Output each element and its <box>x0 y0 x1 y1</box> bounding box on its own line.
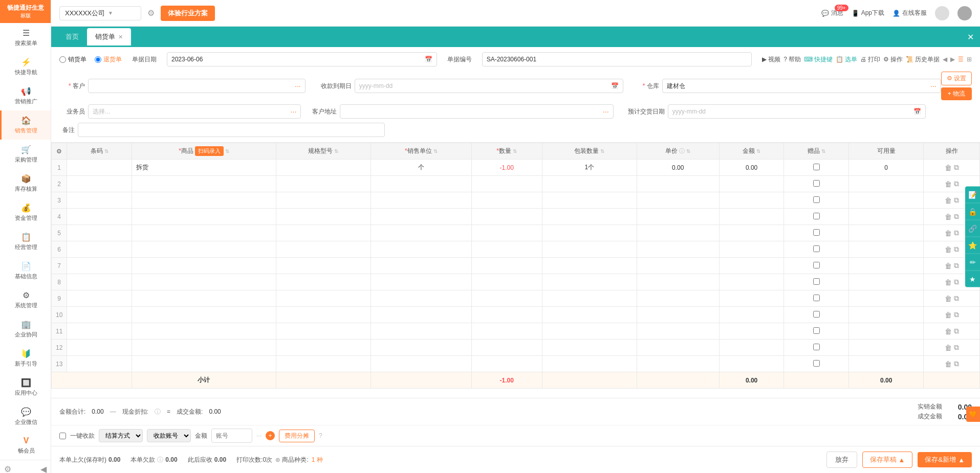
sidebar-item-system[interactable]: ⚙ 系统管理 <box>0 285 51 314</box>
choose-link[interactable]: 📋 选单 <box>836 55 857 64</box>
cell-product[interactable] <box>132 241 276 258</box>
cell-spec[interactable] <box>276 241 371 258</box>
cell-qty[interactable] <box>471 258 542 274</box>
logistics-button[interactable]: + 物流 <box>941 87 972 100</box>
delete-row-button[interactable]: 🗑 <box>945 245 952 254</box>
cell-gift[interactable] <box>784 209 849 225</box>
cell-qty[interactable] <box>471 225 542 241</box>
collapse-icon[interactable]: ◀ <box>40 464 47 473</box>
discard-button[interactable]: 放弃 <box>826 452 857 468</box>
cell-gift[interactable] <box>784 290 849 307</box>
cell-barcode[interactable] <box>67 290 132 307</box>
cell-spec[interactable] <box>276 274 371 290</box>
cell-barcode[interactable] <box>67 356 132 372</box>
sidebar-item-inventory[interactable]: 📦 库存核算 <box>0 169 51 198</box>
cell-amount[interactable] <box>719 192 784 209</box>
gift-checkbox[interactable] <box>813 164 820 170</box>
cell-spec[interactable] <box>276 258 371 274</box>
address-dots-icon[interactable]: ··· <box>603 107 609 116</box>
cell-gift[interactable] <box>784 307 849 323</box>
cell-amount[interactable] <box>719 323 784 340</box>
gift-checkbox[interactable] <box>813 229 820 236</box>
cell-product[interactable] <box>132 290 276 307</box>
gift-checkbox[interactable] <box>813 344 820 350</box>
cell-qty[interactable] <box>471 176 542 192</box>
cell-gift[interactable] <box>784 241 849 258</box>
cell-barcode[interactable] <box>67 307 132 323</box>
cell-unit[interactable]: 个 <box>371 160 472 176</box>
warehouse-input[interactable]: 建材仓 ··· <box>662 79 941 93</box>
cell-qty[interactable] <box>471 340 542 356</box>
cell-amount[interactable]: 0.00 <box>719 160 784 176</box>
save-draft-button[interactable]: 保存草稿 ▲ <box>862 452 913 468</box>
cell-unit-price[interactable] <box>637 340 719 356</box>
cell-gift[interactable] <box>784 225 849 241</box>
cell-unit-price[interactable] <box>637 356 719 372</box>
cell-product[interactable] <box>132 176 276 192</box>
delete-row-button[interactable]: 🗑 <box>945 359 952 368</box>
gift-checkbox[interactable] <box>813 180 820 187</box>
expense-split-button[interactable]: 费用分摊 <box>279 430 315 442</box>
gift-checkbox[interactable] <box>813 245 820 252</box>
settlement-method-select[interactable]: 结算方式 <box>99 429 143 442</box>
cell-spec[interactable] <box>276 225 371 241</box>
customer-address-input[interactable]: ··· <box>340 104 613 119</box>
cell-qty[interactable]: -1.00 <box>471 160 542 176</box>
cell-pkg-qty[interactable] <box>542 225 637 241</box>
print-link[interactable]: 🖨 打印 <box>860 55 880 64</box>
note-input[interactable] <box>78 123 385 137</box>
price-sort-icon[interactable]: ⇅ <box>686 148 690 154</box>
tab-sales-order[interactable]: 销货单 ✕ <box>87 28 131 46</box>
cell-unit[interactable] <box>371 241 472 258</box>
history-link[interactable]: 📜 历史单据 <box>906 55 940 64</box>
operate-link[interactable]: ⚙ 操作 <box>883 55 903 64</box>
cell-barcode[interactable] <box>67 160 132 176</box>
copy-row-button[interactable]: ⧉ <box>954 327 959 335</box>
cell-barcode[interactable] <box>67 258 132 274</box>
qty-sort-icon[interactable]: ⇅ <box>513 148 517 154</box>
cell-qty[interactable] <box>471 209 542 225</box>
cell-amount[interactable] <box>719 209 784 225</box>
copy-row-button[interactable]: ⧉ <box>954 163 959 172</box>
cell-unit-price[interactable] <box>637 241 719 258</box>
tab-home[interactable]: 首页 <box>57 28 87 46</box>
radio-sales-order-input[interactable] <box>59 56 66 63</box>
sidebar-item-operation[interactable]: 📋 经营管理 <box>0 227 51 256</box>
customer-input[interactable]: ··· <box>88 79 306 93</box>
warehouse-dots-icon[interactable]: ··· <box>930 82 937 90</box>
avatar[interactable] <box>935 6 949 20</box>
settings-footer-icon[interactable]: ⚙ <box>4 464 11 473</box>
cell-unit[interactable] <box>371 192 472 209</box>
amount-sort-icon[interactable]: ⇅ <box>756 148 760 154</box>
cell-unit[interactable] <box>371 340 472 356</box>
cell-gift[interactable] <box>784 323 849 340</box>
prev-doc-icon[interactable]: ◀ <box>943 56 947 63</box>
amount-input[interactable] <box>211 429 252 443</box>
video-link[interactable]: ▶ 视频 <box>762 55 780 64</box>
cell-spec[interactable] <box>276 160 371 176</box>
help-link[interactable]: ? 帮助 <box>783 55 801 64</box>
cell-pkg-qty[interactable] <box>542 241 637 258</box>
cell-pkg-qty[interactable] <box>542 209 637 225</box>
delete-row-button[interactable]: 🗑 <box>945 261 952 270</box>
cell-pkg-qty[interactable] <box>542 356 637 372</box>
price-info-icon[interactable]: ⓘ <box>679 147 685 155</box>
copy-row-button[interactable]: ⧉ <box>954 179 959 188</box>
cell-spec[interactable] <box>276 192 371 209</box>
cell-spec[interactable] <box>276 209 371 225</box>
delete-row-button[interactable]: 🗑 <box>945 327 952 335</box>
save-new-button[interactable]: 保存&新增 ▲ <box>918 452 972 467</box>
copy-row-button[interactable]: ⧉ <box>954 261 959 270</box>
sidebar-item-search[interactable]: ☰ 搜索菜单 <box>0 23 51 52</box>
settings-icon[interactable]: ⚙ <box>147 8 155 18</box>
cell-unit[interactable] <box>371 209 472 225</box>
cell-unit-price[interactable] <box>637 258 719 274</box>
cell-barcode[interactable] <box>67 192 132 209</box>
cell-pkg-qty[interactable] <box>542 192 637 209</box>
sidebar-item-base-info[interactable]: 📄 基础信息 <box>0 256 51 285</box>
delete-row-button[interactable]: 🗑 <box>945 278 952 286</box>
cell-pkg-qty[interactable]: 1个 <box>542 160 637 176</box>
cell-pkg-qty[interactable] <box>542 274 637 290</box>
trial-button[interactable]: 体验行业方案 <box>161 6 215 21</box>
unit-sort-icon[interactable]: ⇅ <box>433 148 438 154</box>
